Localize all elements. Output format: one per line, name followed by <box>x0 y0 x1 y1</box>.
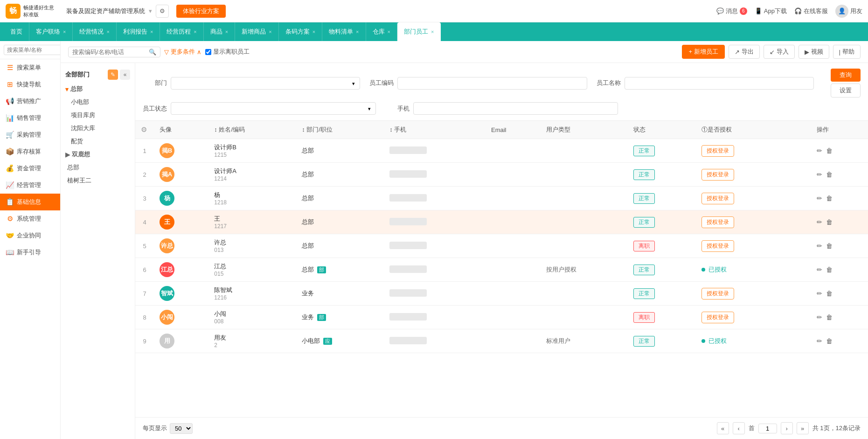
tab-history[interactable]: 经营历程× <box>160 22 203 41</box>
tab-dept-staff[interactable]: 部门员工× <box>397 22 441 41</box>
trial-btn[interactable]: 体验行业方案 <box>176 5 226 18</box>
auth-btn[interactable]: 授权登录 <box>701 145 734 157</box>
tab-warehouse-close[interactable]: × <box>388 29 390 35</box>
tab-customer-close[interactable]: × <box>63 29 66 35</box>
msg-btn[interactable]: 💬 消息 6 <box>716 7 747 15</box>
filter-empcode-input[interactable] <box>397 77 587 90</box>
sidebar-search-input[interactable] <box>4 45 61 55</box>
tab-barcode[interactable]: 条码方案× <box>279 22 322 41</box>
export-btn[interactable]: ↗ 导出 <box>729 45 760 59</box>
sys-title-arrow[interactable]: ▾ <box>149 7 152 14</box>
edit-btn[interactable]: ✏ <box>817 266 822 273</box>
view-btn[interactable]: ▶ 视频 <box>799 45 829 59</box>
delete-btn[interactable]: 🗑 <box>826 266 833 273</box>
page-size-select[interactable]: 50 <box>170 423 193 434</box>
filter-search-btn[interactable]: 查询 <box>831 69 861 82</box>
dept-group-shuanglu[interactable]: ▶ 双鹿想 <box>61 148 135 161</box>
tab-warehouse[interactable]: 仓库× <box>366 22 397 41</box>
filter-set-btn[interactable]: 设置 <box>831 84 861 98</box>
tab-barcode-close[interactable]: × <box>312 29 315 35</box>
sidebar-item-mgmt[interactable]: 📈 经营管理 <box>0 177 60 194</box>
edit-btn[interactable]: ✏ <box>817 314 822 321</box>
tab-operation-close[interactable]: × <box>106 29 109 35</box>
sidebar-item-sys[interactable]: ⚙ 系统管理 <box>0 210 60 227</box>
delete-btn[interactable]: 🗑 <box>826 337 833 345</box>
tab-history-close[interactable]: × <box>194 29 196 35</box>
delete-btn[interactable]: 🗑 <box>826 314 833 321</box>
auth-btn[interactable]: 授权登录 <box>701 169 734 181</box>
show-resigned-check[interactable]: 显示离职员工 <box>205 48 250 56</box>
dept-item-shenyang[interactable]: 沈阳大库 <box>61 122 135 135</box>
sidebar-item-guide[interactable]: 📖 新手引导 <box>0 244 60 261</box>
sidebar-item-sales[interactable]: 📊 销售管理 <box>0 110 60 126</box>
sidebar-item-basic[interactable]: 📋 基础信息 <box>0 194 60 210</box>
help-btn[interactable]: | 帮助 <box>833 45 861 59</box>
tab-profit-close[interactable]: × <box>150 29 153 35</box>
tab-dept-staff-close[interactable]: × <box>431 29 434 35</box>
search-input[interactable] <box>72 49 147 56</box>
settings-col-icon[interactable]: ⚙ <box>141 125 147 133</box>
tab-new-goods[interactable]: 新增商品× <box>235 22 278 41</box>
edit-btn[interactable]: ✏ <box>817 290 822 297</box>
auth-btn[interactable]: 授权登录 <box>701 288 734 300</box>
tab-home[interactable]: 首页 <box>4 22 29 41</box>
import-btn[interactable]: ↙ 导入 <box>764 45 795 59</box>
app-download-btn[interactable]: 📱 App下载 <box>755 7 787 15</box>
delete-btn[interactable]: 🗑 <box>826 195 833 202</box>
page-input[interactable]: 1 <box>758 424 777 433</box>
dept-edit-btn[interactable]: ✎ <box>108 70 118 80</box>
edit-btn[interactable]: ✏ <box>817 218 822 226</box>
filter-empname-input[interactable] <box>625 77 814 90</box>
add-employee-btn[interactable]: + 新增员工 <box>682 45 724 59</box>
more-conditions-btn[interactable]: ▽ 更多条件 ∧ <box>164 48 201 56</box>
last-page-btn[interactable]: » <box>797 422 809 434</box>
first-page-btn[interactable]: « <box>717 422 729 434</box>
delete-btn[interactable]: 🗑 <box>826 290 833 297</box>
sidebar-item-inventory[interactable]: 📦 库存核算 <box>0 143 60 160</box>
sidebar-item-collab[interactable]: 🤝 企业协同 <box>0 227 60 244</box>
dept-collapse-btn[interactable]: « <box>120 70 130 80</box>
auth-btn[interactable]: 授权登录 <box>701 216 734 228</box>
sidebar-item-purchase[interactable]: 🛒 采购管理 <box>0 126 60 143</box>
delete-btn[interactable]: 🗑 <box>826 218 833 226</box>
user-avatar[interactable]: 👤 用友 <box>835 5 862 18</box>
edit-btn[interactable]: ✏ <box>817 147 822 154</box>
sidebar-item-marketing[interactable]: 📢 营销推广 <box>0 93 60 110</box>
tab-new-goods-close[interactable]: × <box>269 29 271 35</box>
resigned-checkbox[interactable] <box>205 49 211 55</box>
sidebar-item-search[interactable]: ☰ 搜索菜单 <box>0 59 60 76</box>
sidebar-item-nav[interactable]: ⊞ 快捷导航 <box>0 76 60 93</box>
filter-empstatus-select[interactable] <box>171 102 376 115</box>
edit-btn[interactable]: ✏ <box>817 195 822 202</box>
edit-btn[interactable]: ✏ <box>817 171 822 178</box>
dept-item-planting[interactable]: 植树王二 <box>61 174 135 187</box>
auth-btn[interactable]: 授权登录 <box>701 240 734 252</box>
tab-bom[interactable]: 物料清单× <box>322 22 366 41</box>
sidebar-item-finance[interactable]: 💰 资金管理 <box>0 160 60 177</box>
tab-goods[interactable]: 商品× <box>204 22 235 41</box>
edit-btn[interactable]: ✏ <box>817 242 822 250</box>
tab-operation[interactable]: 经营情况× <box>73 22 116 41</box>
service-btn[interactable]: 🎧 在线客服 <box>794 7 828 15</box>
dept-group-zongbu[interactable]: ▾ 总部 <box>61 83 135 96</box>
dept-item-xianmu[interactable]: 项目库房 <box>61 109 135 122</box>
col-settings[interactable]: ⚙ <box>135 121 154 139</box>
delete-btn[interactable]: 🗑 <box>826 171 833 178</box>
tab-profit[interactable]: 利润报告× <box>117 22 160 41</box>
tab-goods-close[interactable]: × <box>225 29 228 35</box>
settings-btn[interactable]: ⚙ <box>156 5 169 18</box>
dept-item-peihuo[interactable]: 配货 <box>61 135 135 148</box>
delete-btn[interactable]: 🗑 <box>826 147 833 154</box>
next-page-btn[interactable]: › <box>781 422 793 434</box>
prev-page-btn[interactable]: ‹ <box>733 422 745 434</box>
dept-item-zongbu2[interactable]: 总部 <box>61 161 135 174</box>
edit-btn[interactable]: ✏ <box>817 337 822 345</box>
auth-btn[interactable]: 授权登录 <box>701 312 734 323</box>
tab-bom-close[interactable]: × <box>356 29 359 35</box>
tab-customer[interactable]: 客户联络× <box>29 22 73 41</box>
filter-dept-select[interactable] <box>171 77 360 90</box>
auth-btn[interactable]: 授权登录 <box>701 193 734 204</box>
filter-phone-input[interactable] <box>413 102 618 115</box>
dept-item-xiaodian[interactable]: 小电部 <box>61 96 135 109</box>
delete-btn[interactable]: 🗑 <box>826 242 833 250</box>
